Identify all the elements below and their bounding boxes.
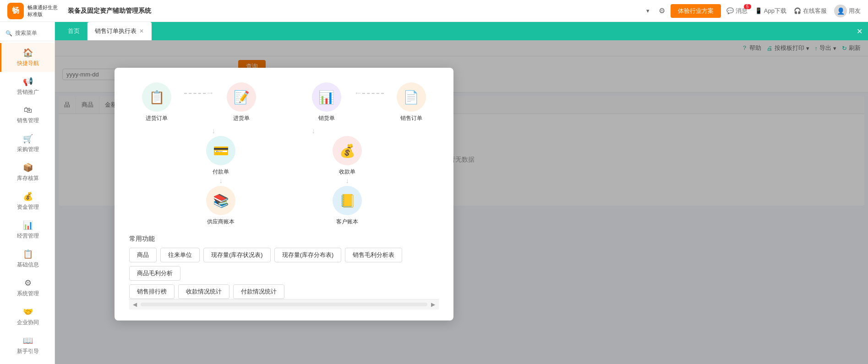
payment-circle: 💳: [206, 136, 235, 165]
common-btn-goods[interactable]: 商品: [129, 248, 157, 262]
topbar: 畅 畅康通好生意 标准版 装备及固定资产辅助管理系统 ▾ ⚙ 体验行业方案 💬 …: [0, 0, 868, 22]
inventory-icon: 📦: [23, 163, 33, 173]
sidebar-item-quick-nav[interactable]: 🏠 快捷导航: [0, 43, 55, 72]
flow-row-1: 📋 进货订单 → 📝 进货单: [129, 79, 439, 126]
system-icon: ⚙: [24, 278, 32, 288]
flow-node-sales-order[interactable]: 📄 销售订单: [384, 82, 439, 122]
content-area: 首页 销售订单执行表 ✕ ✕ ？ 帮助 🖨 按模板打印 ▾: [55, 22, 868, 364]
common-btn-counterpart[interactable]: 往来单位: [160, 248, 200, 262]
common-functions-title: 常用功能: [129, 235, 439, 243]
flow-node-payment[interactable]: 💳 付款单: [193, 136, 248, 176]
common-buttons-row1: 商品 往来单位 现存量(库存状况表) 现存量(库存分布表) 销售毛利分析表 商品…: [129, 248, 439, 281]
flow-row-2: 💳 付款单 💰 收款单: [129, 136, 439, 176]
system-title: 装备及固定资产辅助管理系统: [68, 7, 641, 15]
system-dropdown[interactable]: ▾: [646, 7, 650, 14]
operations-icon: 📊: [23, 220, 33, 230]
search-icon: 🔍: [5, 30, 12, 37]
finance-icon: 💰: [23, 191, 33, 201]
flow-node-sales-receipt[interactable]: 📊 销货单: [299, 82, 354, 122]
app-download-btn[interactable]: 📱 App下载: [755, 7, 786, 15]
purchase-receipt-icon: 📝: [234, 90, 250, 105]
flow-node-purchase-receipt[interactable]: 📝 进货单: [214, 82, 269, 122]
flow-arrows-down: ↓ ↓: [129, 126, 439, 136]
purchase-receipt-circle: 📝: [227, 82, 256, 112]
sidebar-item-newbie[interactable]: 📖 新手引导: [0, 331, 55, 360]
avatar: 👤: [834, 5, 847, 17]
tabbar: 首页 销售订单执行表 ✕ ✕: [55, 22, 868, 40]
online-service-btn[interactable]: 🎧 在线客服: [794, 7, 827, 15]
main-layout: 🔍 搜索菜单 🏠 快捷导航 📢 营销推广 🛍 销售管理 🛒 采购管理 📦 库存核…: [0, 22, 868, 364]
experience-btn[interactable]: 体验行业方案: [671, 4, 721, 18]
customer-ledger-circle: 📒: [333, 186, 362, 215]
sidebar-item-sales[interactable]: 🛍 销售管理: [0, 101, 55, 129]
scroll-left-arrow[interactable]: ◀: [133, 301, 137, 308]
arrow-sr-down: ↓: [311, 126, 315, 136]
common-btn-receipt-stat[interactable]: 收款情况统计: [178, 284, 229, 299]
arrow-rec-down: ↓: [320, 176, 375, 186]
common-buttons-row2: 销售排行榜 收款情况统计 付款情况统计: [129, 284, 439, 299]
common-functions: 常用功能 商品 往来单位 现存量(库存状况表) 现存量(库存分布表) 销售毛利分…: [129, 235, 439, 299]
user-menu[interactable]: 👤 用友: [834, 5, 861, 17]
headset-icon: 🎧: [794, 7, 801, 14]
enterprise-icon: 🤝: [23, 307, 33, 317]
common-btn-payment-stat[interactable]: 付款情况统计: [233, 284, 284, 299]
common-btn-sales-margin[interactable]: 销售毛利分析表: [345, 248, 402, 262]
flow-modal: 📋 进货订单 → 📝 进货单: [115, 68, 453, 321]
receipt-circle: 💰: [333, 136, 362, 165]
purchase-icon: 🛒: [23, 134, 33, 144]
arrow-po-to-pr: →: [184, 88, 214, 116]
message-icon: 💬: [726, 7, 734, 14]
arrow-pay-down: ↓: [193, 176, 248, 186]
message-btn[interactable]: 💬 消息 5: [726, 7, 748, 15]
common-btn-stock-dist[interactable]: 现存量(库存分布表): [274, 248, 342, 262]
common-btn-goods-margin[interactable]: 商品毛利分析: [129, 266, 180, 281]
sidebar-item-finance[interactable]: 💰 资金管理: [0, 187, 55, 216]
flow-node-supplier-ledger[interactable]: 📚 供应商账本: [193, 186, 248, 226]
sidebar-item-inventory[interactable]: 📦 库存核算: [0, 158, 55, 187]
sales-order-circle: 📄: [397, 82, 426, 112]
arrow-so-to-sr: ←: [354, 88, 384, 116]
settings-icon[interactable]: ⚙: [659, 6, 665, 15]
flow-arrows-down-2: ↓ ↓: [129, 176, 439, 186]
sales-receipt-circle: 📊: [312, 82, 341, 112]
common-btn-sales-rank[interactable]: 销售排行榜: [129, 284, 175, 299]
logo-icon: 畅: [7, 3, 24, 19]
sidebar: 🔍 搜索菜单 🏠 快捷导航 📢 营销推广 🛍 销售管理 🛒 采购管理 📦 库存核…: [0, 22, 55, 364]
message-badge: 5: [744, 4, 751, 9]
flow-node-customer-ledger[interactable]: 📒 客户账本: [320, 186, 375, 226]
receipt-icon: 💰: [339, 143, 355, 158]
sales-receipt-icon: 📊: [318, 90, 334, 105]
payment-icon: 💳: [213, 143, 229, 158]
purchase-order-icon: 📋: [149, 90, 165, 105]
sidebar-search[interactable]: 🔍 搜索菜单: [0, 26, 55, 41]
purchase-order-circle: 📋: [142, 82, 171, 112]
flow-node-purchase-order[interactable]: 📋 进货订单: [129, 82, 184, 122]
logo-text: 畅康通好生意 标准版: [27, 4, 58, 17]
arrow-pr-down: ↓: [212, 126, 215, 136]
topbar-right: 💬 消息 5 📱 App下载 🎧 在线客服 👤 用友: [726, 5, 861, 17]
flow-node-receipt[interactable]: 💰 收款单: [320, 136, 375, 176]
scroll-right-arrow[interactable]: ▶: [431, 301, 435, 308]
modal-scrollbar: ◀ ▶: [129, 299, 439, 310]
sidebar-item-basic-info[interactable]: 📋 基础信息: [0, 244, 55, 273]
sidebar-item-system[interactable]: ⚙ 系统管理: [0, 273, 55, 302]
tab-close-all[interactable]: ✕: [857, 27, 863, 36]
supplier-ledger-icon: 📚: [213, 193, 229, 208]
sidebar-item-enterprise[interactable]: 🤝 企业协同: [0, 302, 55, 331]
supplier-ledger-circle: 📚: [206, 186, 235, 215]
phone-icon: 📱: [755, 7, 762, 14]
sidebar-item-purchase[interactable]: 🛒 采购管理: [0, 129, 55, 158]
home-icon: 🏠: [23, 48, 33, 58]
logo: 畅 畅康通好生意 标准版: [7, 3, 62, 19]
tab-close-icon[interactable]: ✕: [139, 28, 144, 34]
tab-sales-order[interactable]: 销售订单执行表 ✕: [87, 22, 152, 40]
sidebar-item-marketing[interactable]: 📢 营销推广: [0, 72, 55, 101]
customer-ledger-icon: 📒: [339, 193, 355, 208]
scroll-track[interactable]: [141, 303, 427, 306]
marketing-icon: 📢: [23, 76, 33, 87]
newbie-icon: 📖: [23, 336, 33, 346]
sidebar-item-operations[interactable]: 📊 经营管理: [0, 216, 55, 244]
common-btn-stock-status[interactable]: 现存量(库存状况表): [203, 248, 271, 262]
sales-order-icon: 📄: [403, 90, 419, 105]
tab-home[interactable]: 首页: [60, 22, 87, 40]
